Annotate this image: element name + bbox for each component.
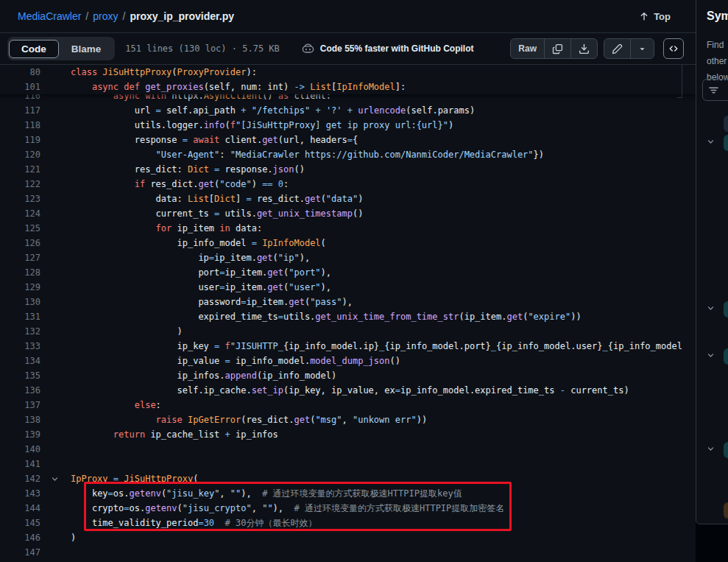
line-number[interactable]: 126 [0,236,40,250]
line-number[interactable]: 142 [0,471,40,486]
line-number[interactable]: 144 [0,501,40,516]
filter-symbols-button[interactable] [702,79,728,101]
tab-blame[interactable]: Blame [59,40,114,58]
chevron-down-icon[interactable] [706,351,715,360]
line-number[interactable]: 135 [0,368,40,383]
gutter [40,412,71,427]
gutter [40,457,71,471]
line-number[interactable]: 119 [0,133,40,147]
symbol-badge [724,116,728,132]
breadcrumb-separator: / [122,10,125,22]
chevron-down-icon[interactable] [706,137,715,147]
line-number[interactable]: 133 [0,339,40,354]
code-line: 138 raise IpGetError(res_dict.get("msg",… [0,412,696,427]
symbol-row[interactable] [696,502,728,519]
gutter [40,427,71,442]
line-number[interactable]: 80 [0,65,40,80]
line-number[interactable]: 123 [0,192,40,206]
line-number[interactable]: 117 [0,103,40,118]
edit-button[interactable] [604,39,631,58]
code-text: class JiSuHttpProxy(ProxyProvider): [71,65,257,80]
line-number[interactable]: 122 [0,177,40,192]
line-number[interactable]: 147 [0,545,40,560]
file-view-pane: MediaCrawler / proxy / proxy_ip_provider… [0,0,696,562]
symbol-row[interactable] [696,135,728,151]
line-number[interactable]: 128 [0,265,40,280]
symbol-row[interactable] [696,442,728,458]
breadcrumb-folder-link[interactable]: proxy [93,10,118,22]
tab-code[interactable]: Code [9,40,59,58]
line-number[interactable]: 129 [0,280,40,295]
line-number[interactable]: 134 [0,354,40,368]
code-line: 143 key=os.getenv("jisu_key", ""), # 通过环… [0,486,696,501]
symbols-description-line: other [707,53,728,69]
code-text: expired_time_ts=utils.get_unix_time_from… [71,309,582,324]
line-number[interactable]: 143 [0,486,40,501]
gutter [40,250,71,265]
copilot-banner: Code 55% faster with GitHub Copilot [302,43,474,55]
raw-button[interactable]: Raw [511,39,545,58]
code-line: 125 for ip_item in data: [0,221,696,236]
code-blame-switcher: Code Blame [7,37,115,60]
symbol-row[interactable] [696,116,728,132]
code-text: utils.logger.info(f"[JiSuHttpProxy] get … [71,118,453,133]
edit-dropdown-button[interactable] [631,39,654,58]
line-number[interactable]: 132 [0,324,40,339]
copilot-banner-text: Code 55% faster with GitHub Copilot [320,43,474,54]
line-number[interactable]: 120 [0,147,40,162]
copy-button[interactable] [545,39,571,58]
line-number[interactable]: 137 [0,398,40,412]
gutter [40,295,71,309]
line-number[interactable]: 141 [0,457,40,471]
symbol-row[interactable] [696,348,728,365]
file-meta: 151 lines (130 loc) · 5.75 KB [125,43,280,54]
code-text: ip_key = f"JISUHTTP_{ip_info_model.ip}_{… [71,339,682,354]
gutter [40,206,71,221]
breadcrumb: MediaCrawler / proxy / proxy_ip_provider… [18,10,234,22]
line-number[interactable]: 124 [0,206,40,221]
code-text: ) [71,530,76,545]
symbol-row[interactable] [696,301,728,317]
line-number[interactable]: 138 [0,412,40,427]
gutter [40,103,71,118]
arrow-up-icon [639,11,649,21]
code-text: url = self.api_path + "/fetchips" + '?' … [71,103,475,118]
code-text: res_dict: Dict = response.json() [71,162,305,177]
code-text: self.ip_cache.set_ip(ip_key, ip_value, e… [71,383,629,398]
back-to-top-label: Top [654,11,671,22]
line-number[interactable]: 101 [0,80,40,94]
line-number[interactable]: 118 [0,118,40,133]
gutter [40,80,71,94]
symbol-badge [724,301,728,317]
back-to-top-button[interactable]: Top [639,11,671,22]
code-text: else: [71,398,161,412]
code-line: 133 ip_key = f"JISUHTTP_{ip_info_model.i… [0,339,696,354]
code-icon [668,43,679,54]
line-number[interactable]: 136 [0,383,40,398]
line-number[interactable]: 130 [0,295,40,309]
code-line: 130 password=ip_item.get("pass"), [0,295,696,309]
code-line: 141 [0,457,696,471]
breadcrumb-repo-link[interactable]: MediaCrawler [18,10,81,22]
line-number[interactable]: 131 [0,309,40,324]
line-number[interactable]: 121 [0,162,40,177]
code-line: 140 [0,442,696,457]
line-number[interactable]: 139 [0,427,40,442]
line-number[interactable]: 145 [0,516,40,530]
chevron-down-icon[interactable] [706,444,715,454]
file-toolbar: Code Blame 151 lines (130 loc) · 5.75 KB… [0,33,696,65]
line-number[interactable]: 125 [0,221,40,236]
gutter [40,398,71,412]
filter-icon [708,85,719,96]
download-button[interactable] [571,39,597,58]
fold-chevron-icon[interactable] [40,471,71,486]
chevron-down-icon[interactable] [706,303,715,313]
code-line: 129 user=ip_item.get("user"), [0,280,696,295]
line-number[interactable]: 146 [0,530,40,545]
symbols-panel-toggle-button[interactable] [663,38,684,59]
code-line: 145 time_validity_period=30 # 30分钟（最长时效） [0,516,696,530]
code-text: return ip_cache_list + ip_infos [71,427,278,442]
line-number[interactable]: 140 [0,442,40,457]
code-text: if res_dict.get("code") == 0: [71,177,289,192]
line-number[interactable]: 127 [0,250,40,265]
